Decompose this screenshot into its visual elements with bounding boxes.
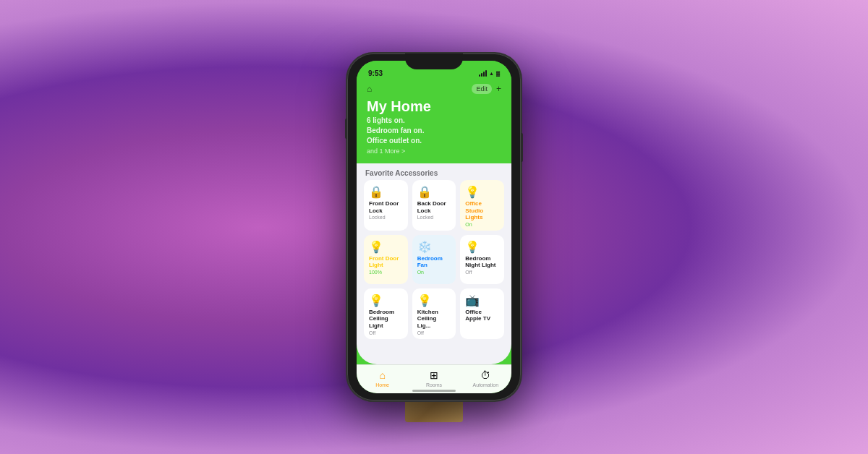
tile-icon-6: 💡 bbox=[369, 294, 403, 307]
tile-icon-5: 💡 bbox=[465, 240, 499, 254]
my-home-title: My Home bbox=[367, 98, 501, 114]
tile-name-4: Bedroom Fan bbox=[417, 255, 451, 269]
tile-name-8: Office Apple TV bbox=[465, 309, 499, 322]
tile-icon-2: 💡 bbox=[465, 185, 499, 199]
status-icons: ▲ ▓ bbox=[479, 70, 500, 77]
more-link[interactable]: and 1 More > bbox=[367, 147, 501, 155]
tile-icon-7: 💡 bbox=[417, 294, 451, 307]
tile-icon-8: 📺 bbox=[465, 294, 499, 307]
tile-name-1: Back Door Lock bbox=[417, 200, 451, 214]
accessories-grid: 🔒 Front Door Lock Locked 🔒 Back Door Loc… bbox=[357, 180, 511, 343]
tile-name-3: Front Door Light bbox=[369, 255, 403, 269]
tile-bedroom-fan[interactable]: ❄️ Bedroom Fan On bbox=[412, 235, 456, 284]
tab-home-label: Home bbox=[375, 382, 389, 387]
tile-icon-1: 🔒 bbox=[417, 185, 451, 199]
tile-name-2: Office Studio Lights bbox=[465, 200, 499, 221]
phone: 9:53 ▲ ▓ ⌂ Edit bbox=[347, 53, 521, 401]
tile-office-apple-tv[interactable]: 📺 Office Apple TV bbox=[460, 288, 504, 339]
battery-icon: ▓ bbox=[496, 71, 500, 76]
tile-office-studio-lights[interactable]: 💡 Office Studio Lights On bbox=[460, 180, 504, 231]
status-line1: 6 lights on. bbox=[367, 116, 405, 124]
tile-icon-4: ❄️ bbox=[417, 240, 451, 254]
header-area: ⌂ Edit + My Home 6 lights on. Bedroom fa… bbox=[357, 81, 511, 163]
tile-bedroom-night-light[interactable]: 💡 Bedroom Night Light Off bbox=[460, 235, 504, 284]
tile-back-door-lock[interactable]: 🔒 Back Door Lock Locked bbox=[412, 180, 456, 231]
tab-bar: ⌂ Home ⊞ Rooms ⏱ Automation bbox=[357, 364, 511, 393]
wifi-icon: ▲ bbox=[489, 71, 494, 76]
scroll-content: Favorite Accessories 🔒 Front Door Lock L… bbox=[357, 163, 511, 364]
tile-status-1: Locked bbox=[417, 215, 451, 220]
tab-home[interactable]: ⌂ Home bbox=[357, 369, 408, 387]
tile-status-5: Off bbox=[465, 270, 499, 275]
tile-status-7: Off bbox=[417, 330, 451, 335]
tab-rooms-icon: ⊞ bbox=[430, 369, 438, 381]
tab-automation-label: Automation bbox=[473, 382, 498, 387]
tile-bedroom-ceiling-light[interactable]: 💡 Bedroom Ceiling Light Off bbox=[364, 288, 408, 339]
tile-name-0: Front Door Lock bbox=[369, 200, 403, 214]
tab-rooms[interactable]: ⊞ Rooms bbox=[408, 369, 459, 387]
tile-name-7: Kitchen Ceiling Lig... bbox=[417, 309, 451, 330]
screen: 9:53 ▲ ▓ ⌂ Edit bbox=[357, 61, 511, 393]
signal-icon bbox=[479, 70, 487, 77]
status-time: 9:53 bbox=[368, 69, 383, 77]
home-indicator bbox=[412, 390, 456, 392]
tile-name-6: Bedroom Ceiling Light bbox=[369, 309, 403, 330]
tile-status-2: On bbox=[465, 222, 499, 227]
tile-front-door-lock[interactable]: 🔒 Front Door Lock Locked bbox=[364, 180, 408, 231]
tile-front-door-light[interactable]: 💡 Front Door Light 100% bbox=[364, 235, 408, 284]
bar2 bbox=[481, 73, 482, 77]
tab-automation-icon: ⏱ bbox=[480, 369, 490, 381]
status-summary: 6 lights on. Bedroom fan on. Office outl… bbox=[367, 116, 501, 146]
tile-status-0: Locked bbox=[369, 215, 403, 220]
add-button[interactable]: + bbox=[496, 84, 501, 94]
notch bbox=[405, 53, 463, 69]
bar4 bbox=[485, 70, 487, 77]
edit-button[interactable]: Edit bbox=[472, 84, 492, 94]
header-actions: Edit + bbox=[472, 84, 501, 94]
bar1 bbox=[479, 74, 480, 77]
tile-name-5: Bedroom Night Light bbox=[465, 255, 499, 269]
home-icon[interactable]: ⌂ bbox=[367, 84, 372, 94]
tab-rooms-label: Rooms bbox=[426, 382, 442, 387]
tile-kitchen-ceiling-light[interactable]: 💡 Kitchen Ceiling Lig... Off bbox=[412, 288, 456, 339]
tab-automation[interactable]: ⏱ Automation bbox=[460, 369, 511, 387]
tile-status-6: Off bbox=[369, 330, 403, 335]
tab-home-icon: ⌂ bbox=[379, 369, 385, 381]
tile-icon-3: 💡 bbox=[369, 240, 403, 254]
tile-status-3: 100% bbox=[369, 270, 403, 275]
bar3 bbox=[483, 72, 485, 77]
status-line3: Office outlet on. bbox=[367, 137, 422, 145]
header-top: ⌂ Edit + bbox=[367, 84, 501, 94]
section-title: Favorite Accessories bbox=[357, 163, 511, 180]
scene: 9:53 ▲ ▓ ⌂ Edit bbox=[347, 53, 521, 401]
tile-status-4: On bbox=[417, 270, 451, 275]
tile-icon-0: 🔒 bbox=[369, 185, 403, 199]
status-line2: Bedroom fan on. bbox=[367, 127, 424, 134]
